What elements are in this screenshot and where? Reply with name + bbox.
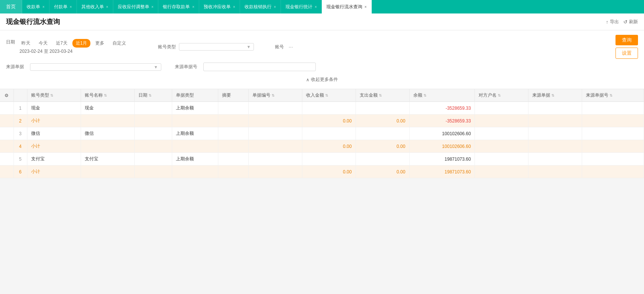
export-button[interactable]: ↑ 导出 <box>606 19 619 25</box>
th-counterpart[interactable]: 对方户名⇅ <box>475 89 528 102</box>
table-cell: 0.00 <box>356 115 409 127</box>
nav-pre-receive-close[interactable]: × <box>233 5 235 9</box>
nav-ar-ap-adjust[interactable]: 应收应付调整单 × <box>113 0 159 13</box>
filter-row-1: 日期 昨天 今天 近7天 近1月 更多 自定义 2023-02-24 至 202… <box>6 35 638 59</box>
date-options: 昨天 今天 近7天 近1月 更多 自定义 <box>18 39 129 48</box>
table-cell <box>0 115 14 127</box>
action-buttons: 查询 设置 <box>615 35 638 59</box>
th-gear[interactable]: ⚙ <box>0 89 14 102</box>
nav-payment[interactable]: 付款单 × <box>50 0 77 13</box>
table-cell <box>528 140 582 153</box>
th-income[interactable]: 收入金额⇅ <box>302 89 356 102</box>
query-button[interactable]: 查询 <box>615 35 638 45</box>
th-expense[interactable]: 支出金额⇅ <box>356 89 409 102</box>
nav-pre-receive[interactable]: 预收冲应收单 × <box>199 0 240 13</box>
th-account-type[interactable]: 账号类型⇅ <box>27 89 81 102</box>
table-cell <box>475 102 528 115</box>
table-row: 2小计0.000.00-3528659.33 <box>0 115 644 127</box>
date-btn-month1[interactable]: 近1月 <box>72 39 91 48</box>
th-doc-no[interactable]: 单据编号⇅ <box>248 89 302 102</box>
table-cell <box>528 102 582 115</box>
nav-payment-close[interactable]: × <box>70 5 72 9</box>
table-cell <box>134 102 172 115</box>
table-cell: 支付宝 <box>81 153 134 166</box>
page-title: 现金银行流水查询 <box>6 17 60 26</box>
table-row: 5支付宝支付宝上期余额19871073.60 <box>0 153 644 166</box>
table-cell: 100102606.60 <box>409 127 475 140</box>
table-row: 1现金现金上期余额-3528659.33 <box>0 102 644 115</box>
nav-ar-ap-close[interactable]: × <box>152 5 154 9</box>
date-btn-today[interactable]: 今天 <box>35 39 51 48</box>
nav-other-income[interactable]: 其他收入单 × <box>77 0 113 13</box>
table-cell <box>172 140 218 153</box>
th-summary: 摘要 <box>218 89 248 102</box>
table-cell <box>582 115 644 127</box>
table-cell: 上期余额 <box>172 127 218 140</box>
table-cell: 5 <box>14 153 27 166</box>
table-cell: 0.00 <box>356 166 409 178</box>
nav-cash-bank-stat-close[interactable]: × <box>315 5 317 9</box>
page-header: 现金银行流水查询 ↑ 导出 ↺ 刷新 <box>0 13 644 30</box>
nav-bank-deposit[interactable]: 银行存取款单 × <box>158 0 199 13</box>
header-actions: ↑ 导出 ↺ 刷新 <box>606 19 638 25</box>
table-cell <box>172 166 218 178</box>
date-btn-week[interactable]: 近7天 <box>53 39 71 48</box>
account-type-label: 账号类型 <box>158 44 176 50</box>
nav-other-income-close[interactable]: × <box>106 5 108 9</box>
table-cell: 小计 <box>27 166 81 178</box>
nav-cash-bank-flow-close[interactable]: × <box>365 5 367 9</box>
th-balance[interactable]: 余额⇅ <box>409 89 475 102</box>
table-cell <box>218 140 248 153</box>
filter-area: 日期 昨天 今天 近7天 近1月 更多 自定义 2023-02-24 至 202… <box>0 30 644 89</box>
nav-collect-verify-close[interactable]: × <box>274 5 276 9</box>
account-dots[interactable]: ··· <box>287 44 294 50</box>
nav-receipt-close[interactable]: × <box>42 5 45 9</box>
date-btn-custom[interactable]: 自定义 <box>109 39 129 48</box>
nav-receipt[interactable]: 收款单 × <box>22 0 50 13</box>
account-type-select[interactable]: ▼ <box>179 43 254 51</box>
table-cell: 0.00 <box>302 166 356 178</box>
table-cell <box>475 166 528 178</box>
table-cell <box>81 115 134 127</box>
th-source-doc[interactable]: 来源单据⇅ <box>528 89 582 102</box>
th-account-name[interactable]: 账号名称⇅ <box>81 89 134 102</box>
setting-button[interactable]: 设置 <box>615 48 638 59</box>
date-btn-yesterday[interactable]: 昨天 <box>18 39 34 48</box>
nav-home[interactable]: 首页 <box>0 0 22 13</box>
table-cell <box>134 115 172 127</box>
source-doc-no-input[interactable] <box>203 63 316 71</box>
th-date[interactable]: 日期⇅ <box>134 89 172 102</box>
table-cell <box>0 166 14 178</box>
table-cell <box>582 166 644 178</box>
table-cell <box>475 140 528 153</box>
table-body: 1现金现金上期余额-3528659.332小计0.000.00-3528659.… <box>0 102 644 178</box>
source-doc-select[interactable]: ▼ <box>30 63 161 71</box>
date-btn-more[interactable]: 更多 <box>92 39 108 48</box>
table-cell <box>248 166 302 178</box>
collapse-bar[interactable]: ∧ 收起更多条件 <box>6 75 638 84</box>
table-cell <box>218 102 248 115</box>
table-cell <box>81 166 134 178</box>
table-cell: 100102606.60 <box>409 140 475 153</box>
date-label: 日期 <box>6 39 15 45</box>
table-cell <box>582 153 644 166</box>
nav-cash-bank-stat[interactable]: 现金银行统计 × <box>281 0 322 13</box>
refresh-button[interactable]: ↺ 刷新 <box>623 19 638 25</box>
collapse-label: 收起更多条件 <box>311 76 338 83</box>
top-nav: 首页 收款单 × 付款单 × 其他收入单 × 应收应付调整单 × 银行存取款单 … <box>0 0 644 13</box>
nav-cash-bank-flow[interactable]: 现金银行流水查询 × <box>322 0 372 13</box>
nav-bank-deposit-close[interactable]: × <box>192 5 194 9</box>
table-cell: -3528659.33 <box>409 115 475 127</box>
table-cell <box>248 140 302 153</box>
table-cell: 3 <box>14 127 27 140</box>
table-cell <box>302 102 356 115</box>
nav-collect-verify[interactable]: 收款核销执行 × <box>240 0 281 13</box>
table-cell <box>248 102 302 115</box>
th-source-doc-no[interactable]: 来源单据号⇅ <box>582 89 644 102</box>
export-icon: ↑ <box>606 19 609 25</box>
table-cell: -3528659.33 <box>409 102 475 115</box>
table-cell <box>81 140 134 153</box>
table-cell <box>248 115 302 127</box>
table-cell: 小计 <box>27 115 81 127</box>
source-doc-chevron: ▼ <box>154 65 158 69</box>
